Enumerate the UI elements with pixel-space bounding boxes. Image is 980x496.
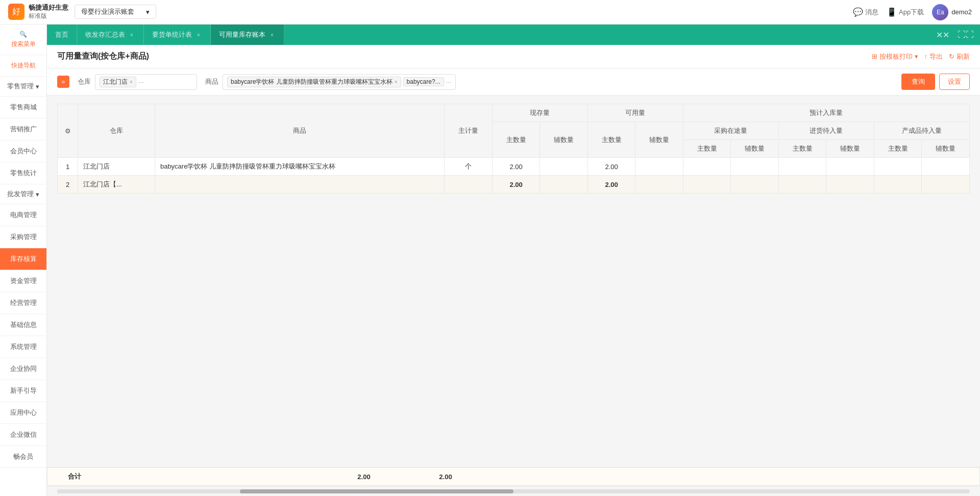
sidebar-item-member-plus[interactable]: 畅会员 bbox=[0, 446, 46, 468]
logo-area: 好 畅捷通好生意 标准版 bbox=[8, 4, 68, 20]
row2-warehouse: 江北门店【... bbox=[78, 176, 155, 194]
sidebar-item-marketing[interactable]: 营销推广 bbox=[0, 119, 46, 140]
row1-import-main bbox=[778, 158, 826, 176]
footer-stock-main: 2.00 bbox=[344, 473, 384, 481]
sidebar-item-finance[interactable]: 资金管理 bbox=[0, 270, 46, 292]
table-row: 1 江北门店 babycare学饮杯 儿童防摔防撞吸管杯重力球吸嘴杯宝宝水杯 个… bbox=[58, 158, 970, 176]
row1-purchase-aux bbox=[731, 158, 779, 176]
row1-product: babycare学饮杯 儿童防摔防撞吸管杯重力球吸嘴杯宝宝水杯 bbox=[155, 158, 444, 176]
tab-available-inventory[interactable]: 可用量库存账本 bbox=[211, 25, 284, 45]
product-more-icon[interactable]: ··· bbox=[446, 78, 452, 86]
sidebar-item-ecommerce[interactable]: 电商管理 bbox=[0, 204, 46, 226]
industry-selector[interactable]: 母婴行业演示账套 bbox=[75, 5, 156, 19]
th-available-aux: 辅数量 bbox=[635, 122, 683, 158]
row2-products-main bbox=[874, 176, 922, 194]
tab-bar-actions: ✕ ⛶ bbox=[934, 28, 980, 42]
refresh-btn[interactable]: ↻ 刷新 bbox=[949, 52, 970, 61]
row1-products-aux bbox=[922, 158, 970, 176]
product-filter-input[interactable]: babycare学饮杯 儿童防摔防撞吸管杯重力球吸嘴杯宝宝水杯 × babyca… bbox=[223, 74, 456, 90]
username-label: demo2 bbox=[951, 8, 972, 16]
warehouse-filter-group: 仓库 江北门店 × ··· bbox=[78, 74, 197, 90]
sidebar-item-operations[interactable]: 经营管理 bbox=[0, 292, 46, 314]
sidebar-item-app-center[interactable]: 应用中心 bbox=[0, 402, 46, 424]
message-action[interactable]: 💬 消息 bbox=[853, 7, 878, 17]
row1-available-aux bbox=[635, 158, 683, 176]
tab-bar: 首页 收发存汇总表 要货单统计表 可用量库存账本 ✕ ⛶ bbox=[47, 25, 980, 45]
page-header: 可用量查询(按仓库+商品) ⊞ 按模板打印 ↑ 导出 ↻ 刷新 bbox=[47, 45, 980, 68]
settings-icon: ⚙ bbox=[65, 127, 71, 135]
row2-purchase-aux bbox=[731, 176, 779, 194]
warehouse-filter-input[interactable]: 江北门店 × ··· bbox=[95, 74, 197, 90]
th-available-main: 主数量 bbox=[587, 122, 635, 158]
product-tag-1: babycare学饮杯 儿童防摔防撞吸管杯重力球吸嘴杯宝宝水杯 × bbox=[227, 77, 401, 87]
sidebar-item-inventory[interactable]: 库存核算 bbox=[0, 248, 46, 270]
tab-order-stats[interactable]: 要货单统计表 bbox=[144, 25, 211, 45]
close-tab-recv-send[interactable] bbox=[128, 31, 135, 38]
product-filter-group: 商品 babycare学饮杯 儿童防摔防撞吸管杯重力球吸嘴杯宝宝水杯 × bab… bbox=[205, 74, 456, 90]
sidebar-item-enterprise-wechat[interactable]: 企业微信 bbox=[0, 424, 46, 446]
tab-home[interactable]: 首页 bbox=[47, 25, 77, 45]
app-download-action[interactable]: 📱 App下载 bbox=[887, 7, 924, 17]
query-button[interactable]: 查询 bbox=[901, 74, 935, 90]
warehouse-more-icon[interactable]: ··· bbox=[138, 78, 144, 86]
sidebar-item-retail-stats[interactable]: 零售统计 bbox=[0, 162, 46, 184]
sidebar-item-new-guide[interactable]: 新手引导 bbox=[0, 380, 46, 402]
row2-product bbox=[155, 176, 444, 194]
th-purchase-aux: 辅数量 bbox=[731, 140, 779, 158]
th-purchase-main: 主数量 bbox=[683, 140, 731, 158]
close-window-btn[interactable]: ✕ bbox=[934, 28, 951, 42]
th-products-pending: 产成品待入量 bbox=[874, 122, 969, 140]
row2-stock-main: 2.00 bbox=[492, 176, 540, 194]
scrollbar-thumb bbox=[240, 489, 513, 493]
sidebar-item-retail-mgmt[interactable]: 零售管理 bbox=[0, 77, 46, 97]
tab-recv-send-summary[interactable]: 收发存汇总表 bbox=[77, 25, 144, 45]
product-filter-label: 商品 bbox=[205, 77, 218, 86]
th-products-main: 主数量 bbox=[874, 140, 922, 158]
remove-product-tag-1[interactable]: × bbox=[395, 79, 398, 85]
filter-expand-btn[interactable]: » bbox=[57, 76, 69, 88]
th-product: 商品 bbox=[155, 104, 444, 158]
sidebar-item-basic-info[interactable]: 基础信息 bbox=[0, 314, 46, 336]
print-chevron-icon bbox=[915, 53, 918, 60]
row2-no: 2 bbox=[58, 176, 78, 194]
filter-actions: 查询 设置 bbox=[901, 74, 970, 90]
th-import-aux: 辅数量 bbox=[826, 140, 874, 158]
row2-purchase-main bbox=[683, 176, 731, 194]
close-tab-order-stats[interactable] bbox=[195, 31, 202, 38]
sidebar-item-enterprise-collab[interactable]: 企业协同 bbox=[0, 358, 46, 380]
page-header-actions: ⊞ 按模板打印 ↑ 导出 ↻ 刷新 bbox=[872, 52, 970, 61]
remove-warehouse-tag[interactable]: × bbox=[130, 79, 133, 85]
sidebar-item-quicknav[interactable]: 快捷导航 bbox=[0, 55, 46, 77]
th-warehouse: 仓库 bbox=[78, 104, 155, 158]
th-products-aux: 辅数量 bbox=[922, 140, 970, 158]
sidebar-item-wholesale-mgmt[interactable]: 批发管理 bbox=[0, 184, 46, 204]
scrollbar-track[interactable] bbox=[57, 489, 970, 493]
row1-available-main: 2.00 bbox=[587, 158, 635, 176]
th-main-unit: 主计量 bbox=[445, 104, 493, 158]
print-btn[interactable]: ⊞ 按模板打印 bbox=[872, 52, 918, 61]
settings-button[interactable]: 设置 bbox=[939, 74, 970, 90]
row2-available-aux bbox=[635, 176, 683, 194]
row1-no: 1 bbox=[58, 158, 78, 176]
th-settings[interactable]: ⚙ bbox=[58, 104, 78, 158]
page-content: 可用量查询(按仓库+商品) ⊞ 按模板打印 ↑ 导出 ↻ 刷新 bbox=[47, 45, 980, 496]
sidebar-item-purchase-mgmt[interactable]: 采购管理 bbox=[0, 226, 46, 248]
footer-available-main: 2.00 bbox=[425, 473, 466, 481]
user-area[interactable]: Ea demo2 bbox=[932, 4, 972, 20]
row1-import-aux bbox=[826, 158, 874, 176]
sidebar-item-system-mgmt[interactable]: 系统管理 bbox=[0, 336, 46, 358]
sidebar-item-members[interactable]: 会员中心 bbox=[0, 140, 46, 162]
sidebar-item-search[interactable]: 🔍 搜索菜单 bbox=[0, 25, 46, 55]
row2-products-aux bbox=[922, 176, 970, 194]
export-btn[interactable]: ↑ 导出 bbox=[924, 52, 943, 61]
close-tab-available-inventory[interactable] bbox=[268, 31, 276, 38]
chevron-down-icon bbox=[146, 8, 150, 16]
sidebar-item-retail-mall[interactable]: 零售商城 bbox=[0, 97, 46, 119]
warehouse-tag: 江北门店 × bbox=[100, 77, 136, 87]
row1-purchase-main bbox=[683, 158, 731, 176]
row2-import-main bbox=[778, 176, 826, 194]
page-title: 可用量查询(按仓库+商品) bbox=[57, 51, 149, 62]
wholesale-expand-icon bbox=[36, 191, 39, 198]
search-icon: 🔍 bbox=[19, 31, 27, 38]
fullscreen-btn[interactable]: ⛶ bbox=[955, 28, 976, 41]
